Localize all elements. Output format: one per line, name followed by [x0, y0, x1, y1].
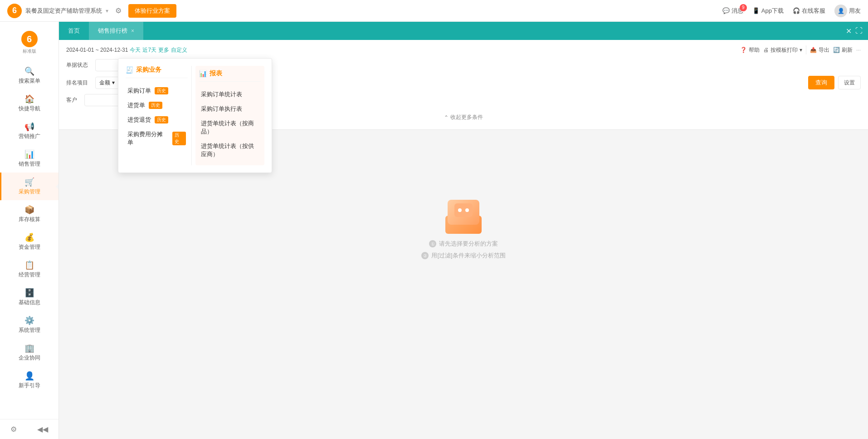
empty-step-1: ① 请先选择要分析的方案 [429, 240, 498, 248]
step1-num: ① [429, 240, 436, 247]
collapse-btn[interactable]: ⌃ 收起更多条件 [439, 111, 488, 124]
receipt-stats-by-goods-item[interactable]: 进货单统计表（按商品） [199, 116, 261, 139]
more-actions-ellipsis[interactable]: ··· [856, 47, 861, 53]
purchase-expense-history[interactable]: 历史 [172, 132, 186, 145]
toolbar-row: 2024-01-01 ~ 2024-12-31 今天 近7天 更多 自定义 ❓ … [66, 45, 861, 54]
inventory-icon: 📦 [24, 205, 34, 215]
sidebar-item-finance[interactable]: 💰 资金管理 [0, 228, 59, 256]
help-btn[interactable]: ❓ 帮助 [740, 46, 760, 54]
report-col: 📊 报表 采购订单统计表 采购订单执行表 进货单统计表（按商品） [195, 66, 265, 165]
doc-status-label: 单据状态 [66, 61, 88, 69]
purchase-col-title-icon: 🧾 [126, 66, 133, 74]
more-date-btn[interactable]: 更多 [158, 46, 169, 54]
report-col-title-label: 报表 [210, 69, 222, 78]
sales-icon: 📊 [24, 149, 34, 159]
export-icon: 📤 [810, 47, 817, 53]
week7-btn[interactable]: 近7天 [142, 46, 156, 54]
rank-item-label: 排名项目 [66, 79, 88, 87]
receipt-stats-by-supplier-item[interactable]: 进货单统计表（按供应商） [199, 139, 261, 162]
purchase-col-title: 🧾 采购业务 [126, 66, 188, 78]
tab-sales-rank[interactable]: 销售排行榜 × [89, 22, 143, 40]
goods-receipt-history[interactable]: 历史 [149, 102, 162, 109]
sidebar-item-system[interactable]: ⚙️ 系统管理 [0, 311, 59, 339]
col-divider [191, 66, 192, 165]
sidebar-label-marketing: 营销推广 [19, 133, 40, 140]
settings-btn[interactable]: 设置 [838, 76, 861, 89]
purchase-expense-item[interactable]: 采购费用分摊单 历史 [126, 127, 188, 150]
messages-nav-item[interactable]: 💬 消息 9 [722, 7, 743, 15]
sidebar-label-purchase: 采购管理 [19, 188, 40, 196]
query-btn[interactable]: 查询 [808, 76, 834, 89]
sidebar-item-sales[interactable]: 📊 销售管理 [0, 145, 59, 173]
purchase-expense-label: 采购费用分摊单 [127, 130, 169, 147]
online-service-label: 在线客服 [802, 7, 825, 15]
purchase-icon: 🛒 [24, 177, 34, 187]
purchase-order-history[interactable]: 历史 [155, 87, 168, 94]
purchase-order-stats-item[interactable]: 采购订单统计表 [199, 87, 261, 102]
industry-btn[interactable]: 体验行业方案 [128, 4, 176, 18]
print-icon: 🖨 [763, 47, 769, 53]
goods-receipt-label: 进货单 [127, 101, 145, 109]
finance-icon: 💰 [24, 232, 34, 242]
message-badge: 9 [740, 4, 747, 11]
system-title: 装餐及固定资产辅助管理系统 [25, 7, 102, 15]
custom-date-btn[interactable]: 自定义 [171, 46, 187, 54]
user-nav-item[interactable]: 👤 用友 [834, 5, 861, 17]
sidebar-item-operation[interactable]: 📋 经营管理 [0, 256, 59, 283]
sidebar-label-enterprise: 企业协同 [19, 354, 40, 362]
sidebar-item-basic[interactable]: 🗄️ 基础信息 [0, 283, 59, 311]
sidebar-item-marketing[interactable]: 📢 营销推广 [0, 117, 59, 145]
export-btn[interactable]: 📤 导出 [810, 46, 829, 54]
tab-bar-controls: ✕ ⛶ [846, 27, 868, 35]
sidebar-item-purchase[interactable]: 🛒 采购管理 [0, 173, 59, 200]
goods-return-history[interactable]: 历史 [155, 116, 168, 123]
sidebar-item-enterprise[interactable]: 🏢 企业协同 [0, 339, 59, 366]
content-area: 首页 销售排行榜 × ✕ ⛶ 2024-01-01 ~ 2024-12-31 今… [59, 22, 868, 439]
export-label: 导出 [819, 46, 829, 54]
sidebar-item-newbie[interactable]: 👤 新手引导 [0, 366, 59, 394]
operation-icon: 📋 [24, 260, 34, 270]
sidebar-label-system: 系统管理 [19, 326, 40, 334]
sidebar: 6 标准版 🔍 搜索菜单 🏠 快捷导航 📢 营销推广 📊 销售管理 🛒 采购管理… [0, 22, 59, 439]
tab-expand-icon[interactable]: ⛶ [855, 27, 863, 35]
title-dropdown-icon[interactable]: ▾ [106, 8, 108, 14]
tab-close-all-icon[interactable]: ✕ [846, 27, 852, 35]
purchase-order-item[interactable]: 采购订单 历史 [126, 84, 188, 98]
tab-close-icon[interactable]: × [131, 28, 134, 34]
sidebar-label-finance: 资金管理 [19, 243, 40, 251]
help-icon: ❓ [740, 47, 747, 53]
sidebar-label-sales: 销售管理 [19, 160, 40, 168]
sidebar-label-operation: 经营管理 [19, 271, 40, 279]
print-btn[interactable]: 🖨 按模板打印 ▾ [763, 46, 802, 54]
goods-return-item[interactable]: 进货退货 历史 [126, 113, 188, 127]
sidebar-label-inventory: 库存核算 [19, 216, 40, 223]
receipt-stats-by-supplier-label: 进货单统计表（按供应商） [201, 142, 259, 158]
tab-bar: 首页 销售排行榜 × ✕ ⛶ [59, 22, 868, 40]
top-nav: 6 装餐及固定资产辅助管理系统 ▾ ⚙ 体验行业方案 💬 消息 9 📱 App下… [0, 0, 868, 22]
goods-receipt-item[interactable]: 进货单 历史 [126, 98, 188, 113]
collapse-sidebar-icon[interactable]: ◀◀ [37, 425, 48, 434]
gear-bottom-icon[interactable]: ⚙ [10, 425, 17, 434]
online-service-nav-item[interactable]: 🎧 在线客服 [793, 7, 825, 15]
report-col-title-icon: 📊 [199, 70, 207, 77]
sidebar-label-basic: 基础信息 [19, 299, 40, 306]
print-dropdown-icon: ▾ [800, 47, 802, 53]
sidebar-item-quick-nav[interactable]: 🏠 快捷导航 [0, 89, 59, 117]
settings-icon[interactable]: ⚙ [112, 5, 125, 17]
app-download-nav-item[interactable]: 📱 App下载 [752, 7, 784, 15]
help-label: 帮助 [749, 46, 760, 54]
purchase-order-exec-item[interactable]: 采购订单执行表 [199, 102, 261, 116]
sidebar-label-quick-nav: 快捷导航 [19, 105, 40, 113]
sidebar-item-search[interactable]: 🔍 搜索菜单 [0, 62, 59, 89]
tab-home[interactable]: 首页 [59, 22, 89, 40]
purchase-order-stats-label: 采购订单统计表 [201, 90, 242, 99]
today-btn[interactable]: 今天 [130, 46, 141, 54]
toolbar-right: ❓ 帮助 🖨 按模板打印 ▾ 📤 导出 [740, 45, 861, 54]
sidebar-item-inventory[interactable]: 📦 库存核算 [0, 200, 59, 228]
refresh-btn[interactable]: 🔄 刷新 [833, 46, 853, 54]
rank-item-arrow: ▾ [112, 79, 115, 86]
marketing-icon: 📢 [24, 122, 34, 132]
basic-icon: 🗄️ [24, 288, 34, 298]
rank-item-value: 金额 [99, 79, 110, 87]
message-icon: 💬 [722, 7, 730, 14]
